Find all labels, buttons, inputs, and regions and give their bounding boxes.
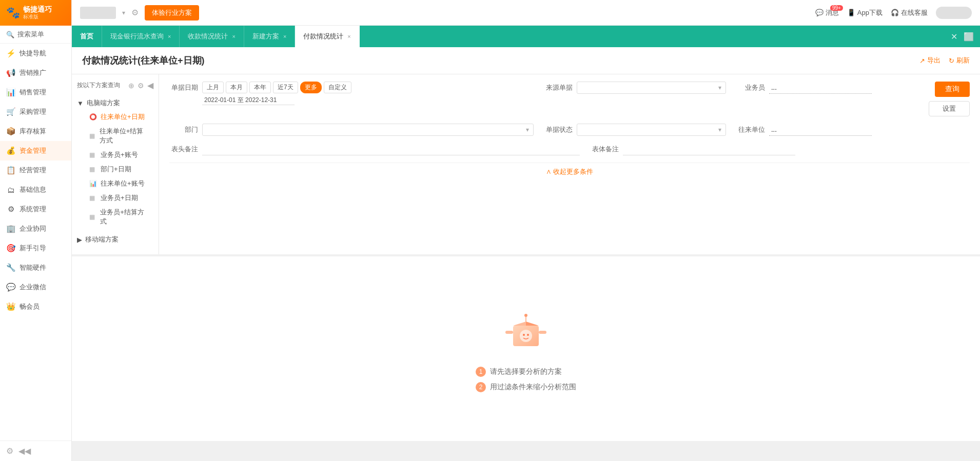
sidebar-item-label: 销售管理	[19, 88, 46, 97]
scheme-item-salesman-account[interactable]: ▦ 业务员+账号	[77, 148, 153, 162]
scheme-item-dept-date[interactable]: ▦ 部门+日期	[77, 162, 153, 176]
sidebar-item-quick-nav[interactable]: ⚡ 快捷导航	[0, 44, 71, 63]
tab-receipts-stats[interactable]: 收款情况统计 ×	[180, 26, 244, 47]
sidebar-item-operations[interactable]: 📋 经营管理	[0, 161, 71, 180]
tab-payment-stats[interactable]: 付款情况统计 ×	[295, 26, 359, 47]
sidebar-item-system[interactable]: ⚙ 系统管理	[0, 199, 71, 219]
tab-bank-flow[interactable]: 现金银行流水查询 ×	[102, 26, 180, 47]
note-header-label: 表头备注	[169, 145, 198, 154]
sidebar-item-label: 采购管理	[19, 107, 46, 116]
scheme-item-partner-account[interactable]: 📊 往来单位+账号	[77, 176, 153, 191]
operations-icon: 📋	[6, 166, 15, 175]
collapse-scheme-icon[interactable]: ◀	[147, 81, 153, 90]
sidebar-item-basic-info[interactable]: 🗂 基础信息	[0, 180, 71, 199]
sidebar-item-label: 库存核算	[19, 127, 46, 136]
settings-bottom-icon[interactable]: ⚙	[6, 446, 13, 456]
sidebar-item-purchase[interactable]: 🛒 采购管理	[0, 102, 71, 122]
desktop-scheme-arrow: ▼	[77, 99, 84, 107]
settings-filter-btn[interactable]: 设置	[929, 101, 970, 116]
tab-payment-stats-close[interactable]: ×	[347, 33, 350, 39]
sidebar-item-label: 系统管理	[19, 205, 46, 214]
scheme-item-partner-settlement[interactable]: ▦ 往来单位+结算方式	[77, 124, 153, 148]
doc-status-arrow-icon: ▾	[718, 126, 721, 133]
date-btn-last-month[interactable]: 上月	[202, 82, 224, 93]
date-btn-more[interactable]: 更多	[300, 82, 322, 93]
topbar: ▾ ⚙ 体验行业方案 💬 消息 99+ 📱 App下载 🎧 在线客服	[72, 0, 980, 26]
scheme-item-salesman-settlement[interactable]: ▦ 业务员+结算方式	[77, 205, 153, 229]
tab-home[interactable]: 首页	[72, 26, 102, 47]
close-all-tabs-icon[interactable]: ✕	[951, 32, 957, 42]
scheme-toolbar-label: 按以下方案查询	[77, 81, 120, 90]
scheme-item-partner-date[interactable]: ⭕ 往来单位+日期	[77, 110, 153, 124]
collapse-sidebar-icon[interactable]: ◀◀	[18, 446, 31, 456]
svg-marker-1	[513, 322, 526, 326]
settings-scheme-icon[interactable]: ⚙	[138, 82, 144, 90]
trial-btn[interactable]: 体验行业方案	[145, 5, 199, 21]
tab-bank-flow-close[interactable]: ×	[168, 33, 171, 39]
date-btn-7days[interactable]: 近7天	[273, 82, 298, 93]
sidebar-item-sales[interactable]: 📊 销售管理	[0, 83, 71, 102]
salesman-field: 业务员 ...	[736, 82, 918, 94]
dept-arrow-icon: ▾	[526, 126, 529, 133]
sidebar-item-guide[interactable]: 🎯 新手引导	[0, 238, 71, 258]
date-btn-this-month[interactable]: 本月	[226, 82, 247, 93]
sidebar-item-vip[interactable]: 👑 畅会员	[0, 297, 71, 316]
scheme-item-salesman-date[interactable]: ▦ 业务员+日期	[77, 191, 153, 205]
mobile-scheme-label: 移动端方案	[85, 235, 119, 244]
sidebar: 🐾 畅捷通巧 标准版 🔍 搜索菜单 ⚡ 快捷导航 📢 营销推广 📊 销售管理 🛒…	[0, 0, 72, 461]
sidebar-item-marketing[interactable]: 📢 营销推广	[0, 63, 71, 83]
doc-status-select[interactable]: ▾	[577, 124, 726, 136]
source-doc-select[interactable]: ▾	[577, 82, 726, 94]
sidebar-item-label: 营销推广	[19, 68, 46, 77]
messages-btn[interactable]: 💬 消息 99+	[815, 8, 839, 17]
salesman-input[interactable]: ...	[769, 82, 872, 94]
guide-icon: 🎯	[6, 244, 15, 253]
sales-icon: 📊	[6, 88, 15, 97]
dept-select[interactable]: ▾	[202, 124, 534, 136]
user-chevron-icon[interactable]: ▾	[122, 9, 125, 16]
app-download-btn[interactable]: 📱 App下载	[847, 8, 883, 17]
user-block[interactable]	[936, 7, 972, 19]
maximize-icon[interactable]: ⬜	[964, 32, 974, 42]
doc-status-field: 单据状态 ▾	[544, 124, 726, 136]
add-scheme-icon[interactable]: ⊕	[128, 82, 134, 90]
tab-new-scheme-close[interactable]: ×	[283, 33, 286, 39]
date-btn-this-year[interactable]: 本年	[249, 82, 271, 93]
sidebar-item-finance[interactable]: 💰 资金管理	[0, 141, 71, 161]
partner-input[interactable]	[769, 124, 872, 136]
sidebar-item-inventory[interactable]: 📦 库存核算	[0, 122, 71, 141]
date-btn-custom[interactable]: 自定义	[324, 82, 351, 93]
salesman-label: 业务员	[736, 83, 765, 92]
query-btn[interactable]: 查询	[935, 82, 970, 97]
empty-tips: 1 请先选择要分析的方案 2 用过滤条件来缩小分析范围	[476, 367, 576, 392]
collapse-filter-bar[interactable]: ∧ 收起更多条件	[169, 163, 970, 181]
scheme-item-icon-partner-date: ⭕	[89, 113, 97, 121]
refresh-btn[interactable]: ↻ 刷新	[949, 56, 970, 65]
sidebar-search[interactable]: 🔍 搜索菜单	[0, 26, 71, 44]
sidebar-item-wechat[interactable]: 💬 企业微信	[0, 277, 71, 297]
partner-field: 往来单位	[736, 124, 918, 136]
topbar-settings-icon[interactable]: ⚙	[131, 8, 139, 17]
empty-tip-2-text: 用过滤条件来缩小分析范围	[490, 383, 576, 392]
scheme-item-icon-salesman-settlement: ▦	[89, 213, 97, 221]
content-area: 付款情况统计(往来单位+日期) ↗ 导出 ↻ 刷新 按以下方案查询 ⊕	[72, 47, 980, 461]
page-header-actions: ↗ 导出 ↻ 刷新	[919, 56, 970, 65]
note-body-input[interactable]	[623, 143, 795, 155]
topbar-actions: 💬 消息 99+ 📱 App下载 🎧 在线客服	[815, 7, 972, 19]
note-header-input[interactable]	[202, 143, 580, 155]
svg-rect-9	[539, 331, 546, 334]
scheme-toolbar-icons: ⊕ ⚙ ◀	[128, 81, 153, 90]
sidebar-item-enterprise[interactable]: 🏢 企业协同	[0, 219, 71, 238]
note-body-label: 表体备注	[590, 145, 619, 154]
mobile-scheme-header[interactable]: ▶ 移动端方案	[77, 233, 153, 246]
tab-new-scheme[interactable]: 新建方案 ×	[244, 26, 295, 47]
export-btn[interactable]: ↗ 导出	[919, 56, 940, 65]
date-range-input[interactable]: 2022-01-01 至 2022-12-31	[202, 95, 295, 105]
tab-bank-flow-label: 现金银行流水查询	[110, 32, 164, 41]
tab-receipts-stats-close[interactable]: ×	[232, 33, 235, 39]
desktop-scheme-header[interactable]: ▼ 电脑端方案	[77, 96, 153, 110]
export-icon: ↗	[919, 57, 925, 65]
sidebar-item-smart-hw[interactable]: 🔧 智能硬件	[0, 258, 71, 277]
sidebar-nav: ⚡ 快捷导航 📢 营销推广 📊 销售管理 🛒 采购管理 📦 库存核算 💰 资金管…	[0, 44, 71, 440]
customer-service-btn[interactable]: 🎧 在线客服	[891, 8, 928, 17]
